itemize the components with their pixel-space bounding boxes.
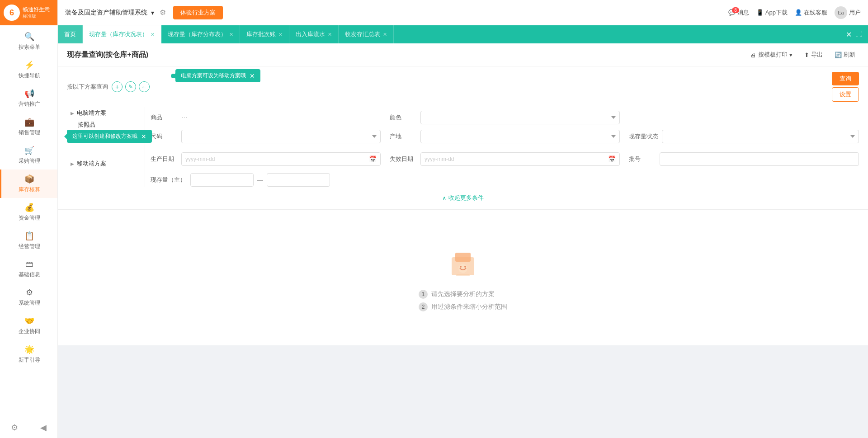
refresh-btn[interactable]: 🔄 刷新: [831, 49, 859, 61]
manufacture-date-start[interactable]: yyyy-mm-dd 📅: [181, 152, 381, 166]
manufacture-date-start-placeholder: yyyy-mm-dd: [185, 156, 215, 162]
tab-collect-summary[interactable]: 收发存汇总表✕: [339, 25, 394, 43]
sidebar-item-management[interactable]: 📋经营管理: [0, 226, 57, 255]
marketing-label: 营销推广: [19, 100, 40, 108]
stock-qty-input-end[interactable]: [267, 173, 330, 187]
print-label: 按模板打印: [758, 51, 788, 59]
filter-row-1: 商品 ··· 颜色: [151, 107, 859, 128]
sidebar-item-guide[interactable]: 🌟新手引导: [0, 340, 57, 368]
export-btn[interactable]: ⬆ 导出: [801, 49, 826, 61]
collapse-conditions-btn[interactable]: ∧ 收起更多条件: [67, 190, 859, 206]
tab-batch-ledger[interactable]: 库存批次账✕: [240, 25, 289, 43]
app-download-label: App下载: [765, 9, 788, 17]
sidebar-item-basic[interactable]: 🗃基础信息: [0, 255, 57, 283]
app-name: 畅通好生意: [23, 6, 50, 14]
app-logo: 6 畅通好生意 标准版: [0, 0, 57, 25]
tab-close-collect-summary[interactable]: ✕: [383, 32, 387, 38]
online-service-label: 在线客服: [804, 9, 827, 17]
page-title: 现存量查询(按仓库+商品): [67, 50, 148, 60]
sidebar-item-purchase[interactable]: 🛒采购管理: [0, 141, 57, 170]
print-dropdown-icon: ▾: [789, 52, 793, 58]
back-scheme-btn[interactable]: ←: [139, 81, 150, 92]
expiry-date-start[interactable]: yyyy-mm-dd 📅: [420, 152, 620, 166]
tab-fullscreen-icon[interactable]: ⛶: [855, 30, 863, 38]
settings-icon[interactable]: ⚙: [9, 421, 20, 434]
logo-icon: 6: [4, 5, 20, 21]
tab-inventory-status[interactable]: 现存量（库存状况表）✕: [83, 25, 161, 43]
color-filter: 颜色: [390, 111, 620, 124]
collapse-icon[interactable]: ◀: [38, 421, 48, 434]
size-filter: 尺码: [151, 130, 381, 143]
scheme-tooltip-text: 电脑方案可设为移动方案哦: [181, 72, 246, 80]
topbar-right: 💬 8 消息 📱 App下载 👤 在线客服 Ea 用户: [728, 6, 861, 19]
tab-inventory-dist[interactable]: 现存量（库存分布表）✕: [161, 25, 240, 43]
purchase-label: 采购管理: [19, 157, 40, 165]
tab-home[interactable]: 首页: [58, 25, 83, 43]
enterprise-label: 企业协同: [19, 328, 40, 335]
print-icon: 🖨: [750, 52, 756, 58]
stock-status-select[interactable]: [662, 130, 859, 143]
tab-inout-flow[interactable]: 出入库流水✕: [289, 25, 339, 43]
user-btn[interactable]: Ea 用户: [835, 6, 861, 19]
tab-label-inventory-status: 现存量（库存状况表）: [89, 30, 148, 38]
sidebar-item-quick-nav[interactable]: ⚡快捷导航: [0, 56, 57, 84]
page: 现存量查询(按仓库+商品) 🖨 按模板打印 ▾ ⬆ 导出 🔄 刷新: [58, 43, 868, 438]
online-service-icon: 👤: [795, 9, 802, 16]
sidebar-item-finance[interactable]: 💰资金管理: [0, 198, 57, 226]
query-btn[interactable]: 查询: [832, 72, 859, 85]
desktop-scheme-group[interactable]: ▶ 电脑端方案: [67, 107, 139, 119]
export-icon: ⬆: [804, 52, 809, 58]
reset-btn[interactable]: 设置: [832, 87, 859, 102]
size-label: 尺码: [151, 132, 178, 141]
quick-nav-label: 快捷导航: [19, 72, 40, 80]
guide-icon: 🌟: [24, 344, 34, 354]
scheme-tooltip-close[interactable]: ✕: [250, 72, 255, 80]
tab-close-all-icon[interactable]: ✕: [846, 30, 852, 39]
avatar: Ea: [835, 6, 847, 19]
logo-text-block: 畅通好生意 标准版: [23, 6, 50, 19]
create-tooltip-container: 这里可以创建和修改方案哦 ✕: [67, 130, 152, 143]
size-select[interactable]: [181, 130, 381, 143]
add-scheme-btn[interactable]: +: [112, 81, 123, 92]
create-tooltip-close[interactable]: ✕: [141, 133, 146, 140]
stock-qty-input[interactable]: [190, 173, 254, 187]
online-service-btn[interactable]: 👤 在线客服: [795, 9, 827, 17]
origin-select[interactable]: [420, 130, 620, 143]
tab-close-inventory-dist[interactable]: ✕: [229, 32, 233, 38]
expiry-date-inputs: yyyy-mm-dd 📅: [420, 152, 620, 166]
product-overflow: ···: [181, 113, 187, 122]
filter-header: 按以下方案查询 + ✎ ← 电脑方案可设为移动方案哦 ✕: [67, 72, 859, 102]
sidebar-item-marketing[interactable]: 📢营销推广: [0, 84, 57, 113]
mobile-scheme-group[interactable]: ▶ 移动端方案: [67, 158, 139, 170]
sidebar-item-system[interactable]: ⚙系统管理: [0, 283, 57, 311]
refresh-label: 刷新: [844, 51, 855, 59]
page-header-actions: 🖨 按模板打印 ▾ ⬆ 导出 🔄 刷新: [747, 49, 859, 61]
scheme-section: ▶ 电脑端方案 按照品 这里可以创建和修改方案哦 ✕: [67, 107, 859, 187]
sidebar-item-sales[interactable]: 💼销售管理: [0, 113, 57, 141]
batch-input[interactable]: [660, 152, 859, 166]
tab-label-inout-flow: 出入库流水: [296, 30, 325, 38]
color-select[interactable]: [420, 111, 620, 124]
scheme-tooltip-container: 电脑方案可设为移动方案哦 ✕: [175, 69, 260, 82]
message-btn[interactable]: 💬 8 消息: [728, 9, 749, 17]
finance-icon: 💰: [24, 203, 34, 212]
sidebar-item-search[interactable]: 🔍搜索菜单: [0, 27, 57, 56]
settings-gear-icon[interactable]: ⚙: [160, 8, 166, 17]
scheme-item-product[interactable]: 按照品: [74, 119, 139, 131]
print-btn[interactable]: 🖨 按模板打印 ▾: [747, 49, 796, 61]
sales-icon: 💼: [24, 117, 34, 127]
topbar: 装备及固定资产辅助管理系统 ▾ ⚙ 体验行业方案 💬 8 消息 📱 App下载 …: [58, 0, 868, 25]
filter-row-2: 尺码 产地 现存量状态: [151, 126, 859, 147]
tab-close-batch-ledger[interactable]: ✕: [278, 32, 283, 38]
sidebar-item-inventory[interactable]: 📦库存核算: [0, 170, 57, 198]
tab-close-inventory-status[interactable]: ✕: [151, 32, 155, 38]
trial-btn[interactable]: 体验行业方案: [173, 6, 223, 19]
system-dropdown-icon[interactable]: ▾: [151, 9, 154, 16]
tab-close-inout-flow[interactable]: ✕: [328, 32, 332, 38]
sidebar-item-enterprise[interactable]: 🤝企业协同: [0, 311, 57, 340]
app-download-btn[interactable]: 📱 App下载: [756, 9, 788, 17]
edit-scheme-btn[interactable]: ✎: [125, 81, 136, 92]
hint-text-1: 请先选择要分析的方案: [431, 290, 495, 298]
message-badge: 8: [732, 7, 739, 13]
search-label: 搜索菜单: [19, 43, 40, 51]
